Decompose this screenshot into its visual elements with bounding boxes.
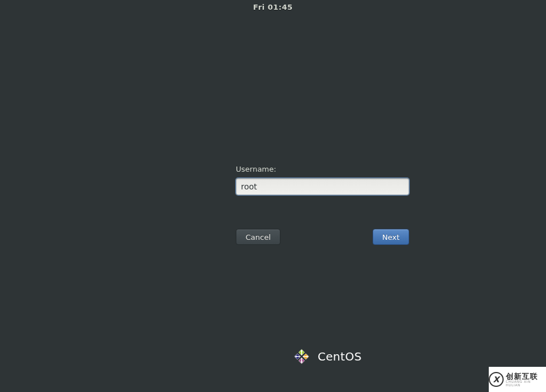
username-input[interactable] <box>236 178 409 195</box>
username-label: Username: <box>236 165 409 173</box>
watermark-sub-text: CHUANG XIN HULIAN <box>506 380 546 387</box>
os-name-text: CentOS <box>318 350 362 363</box>
watermark: X 创新互联 CHUANG XIN HULIAN <box>489 367 546 392</box>
os-branding: CentOS <box>290 345 362 368</box>
centos-logo-icon <box>290 345 313 368</box>
login-form: Username: <box>236 165 409 195</box>
clock-text: Fri 01:45 <box>253 3 292 11</box>
cancel-button[interactable]: Cancel <box>236 229 280 245</box>
watermark-main-text: 创新互联 <box>506 373 546 380</box>
button-row: Cancel Next <box>236 229 409 245</box>
top-bar: Fri 01:45 <box>0 0 546 14</box>
watermark-icon: X <box>489 372 504 387</box>
next-button[interactable]: Next <box>373 229 409 245</box>
